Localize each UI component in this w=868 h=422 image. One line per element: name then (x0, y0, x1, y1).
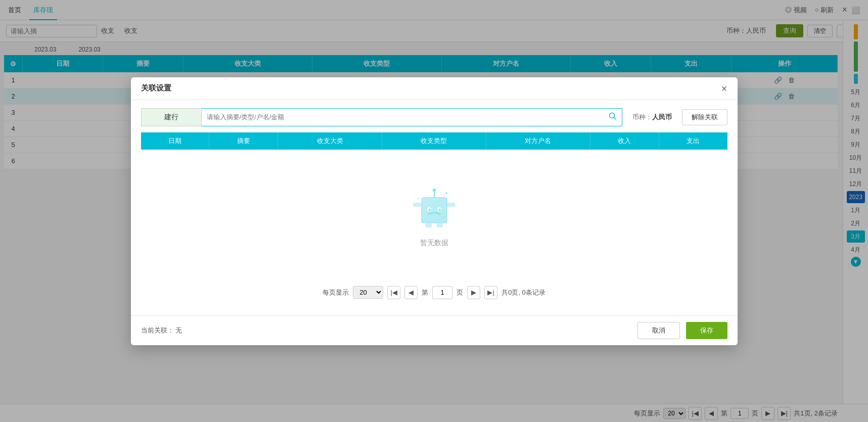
modal-first-page-btn[interactable]: |◀ (387, 286, 400, 299)
svg-rect-9 (413, 203, 422, 207)
modal-dialog: 关联设置 × 建行 币种：人民币 (131, 77, 738, 345)
search-input-wrapper (202, 108, 622, 126)
svg-point-5 (429, 209, 431, 211)
modal-col-summary: 摘要 (209, 132, 278, 150)
svg-rect-11 (426, 221, 432, 227)
modal-data-table: 日期 摘要 收支大类 收支类型 对方户名 收入 支出 (141, 132, 727, 278)
modal-col-date: 日期 (141, 132, 209, 150)
modal-currency-label: 币种：人民币 (632, 113, 672, 122)
current-link-prefix: 当前关联： (141, 326, 174, 334)
svg-rect-2 (422, 198, 447, 223)
svg-rect-12 (437, 221, 443, 227)
svg-text:✦: ✦ (417, 197, 420, 201)
modal-next-page-btn[interactable]: ▶ (467, 286, 480, 299)
modal-empty-text: 暂无数据 (420, 239, 448, 248)
modal-footer-btns: 取消 保存 (637, 322, 727, 339)
svg-rect-10 (447, 203, 455, 207)
modal-search-input[interactable] (207, 113, 609, 121)
modal-cancel-btn[interactable]: 取消 (637, 322, 680, 339)
modal-unlink-btn[interactable]: 解除关联 (682, 109, 727, 125)
svg-point-8 (433, 189, 436, 192)
modal-title: 关联设置 (141, 83, 171, 93)
current-link-value: 无 (175, 326, 182, 334)
modal-col-counterpart: 对方户名 (486, 132, 590, 150)
modal-header: 关联设置 × (131, 77, 738, 100)
empty-state-icon: ✦ ✦ (409, 180, 460, 230)
modal-search-btn[interactable] (609, 112, 617, 122)
modal-body: 建行 币种：人民币 解除关联 (131, 100, 738, 315)
modal-empty-state: ✦ ✦ 暂无数据 (141, 150, 727, 278)
modal-prev-page-btn[interactable]: ◀ (404, 286, 418, 299)
modal-close-btn[interactable]: × (721, 83, 727, 93)
currency-prefix-text: 币种： (632, 113, 652, 121)
modal-empty-row: ✦ ✦ 暂无数据 (141, 150, 727, 278)
modal-footer: 当前关联： 无 取消 保存 (131, 315, 738, 345)
svg-line-1 (614, 117, 616, 119)
modal-page-suffix: 页 (456, 288, 463, 297)
modal-total-text: 共0页, 0条记录 (501, 288, 545, 297)
modal-col-type: 收支类型 (382, 132, 486, 150)
modal-save-btn[interactable]: 保存 (686, 322, 727, 339)
modal-page-label: 第 (422, 288, 428, 297)
modal-pagination: 每页显示 20 50 100 |◀ ◀ 第 页 ▶ ▶| 共0页, 0条记录 (141, 278, 727, 307)
modal-col-expense: 支出 (659, 132, 727, 150)
bank-tab[interactable]: 建行 (141, 108, 202, 126)
modal-overlay: 关联设置 × 建行 币种：人民币 (0, 0, 868, 422)
currency-value-text: 人民币 (652, 113, 672, 121)
modal-last-page-btn[interactable]: ▶| (484, 286, 497, 299)
bank-search-row: 建行 币种：人民币 解除关联 (141, 108, 727, 126)
modal-page-num-input[interactable] (432, 286, 452, 299)
modal-col-category: 收支大类 (278, 132, 382, 150)
svg-point-6 (439, 209, 441, 211)
modal-page-size-select[interactable]: 20 50 100 (353, 286, 383, 299)
modal-page-size-label: 每页显示 (323, 288, 349, 297)
svg-text:✦: ✦ (444, 191, 448, 196)
modal-col-income: 收入 (590, 132, 659, 150)
current-link-info: 当前关联： 无 (141, 326, 182, 335)
